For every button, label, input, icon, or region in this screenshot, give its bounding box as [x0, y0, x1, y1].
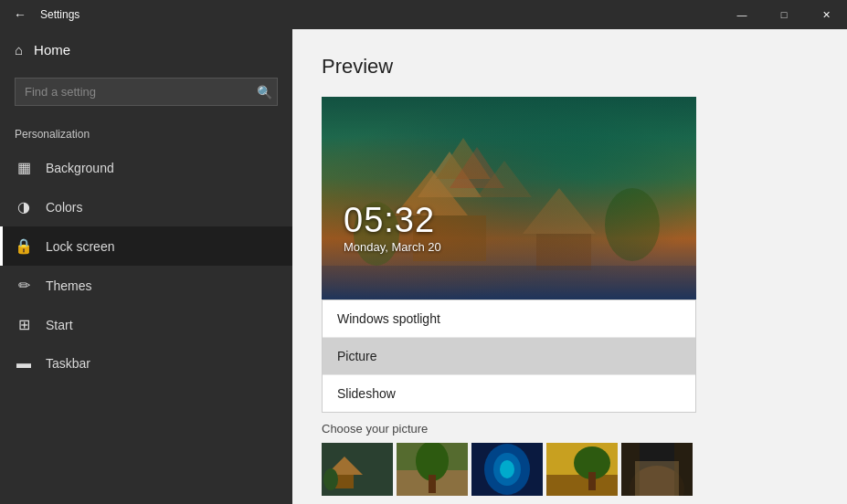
svg-rect-19 [429, 475, 436, 493]
sidebar-search[interactable]: 🔍 [15, 78, 278, 106]
thumbnail-4-image [546, 443, 618, 496]
sidebar-item-themes[interactable]: ✏ Themes [0, 266, 292, 305]
thumbnail-3-image [471, 443, 543, 496]
sidebar-item-home[interactable]: ⌂ Home [0, 29, 292, 70]
thumbnail-3[interactable] [471, 443, 543, 496]
search-icon[interactable]: 🔍 [257, 85, 272, 100]
maximize-button[interactable]: □ [763, 0, 805, 29]
page-title: Preview [322, 55, 818, 79]
svg-rect-25 [546, 475, 618, 496]
taskbar-icon: ▬ [15, 355, 33, 372]
sidebar-item-background[interactable]: ▦ Background [0, 148, 292, 187]
close-button[interactable]: ✕ [805, 0, 847, 29]
start-icon: ⊞ [15, 316, 33, 333]
sidebar-section-label: Personalization [0, 121, 292, 148]
thumbnail-1-image [322, 443, 393, 496]
sidebar-item-taskbar[interactable]: ▬ Taskbar [0, 344, 292, 383]
dropdown-option-picture[interactable]: Picture [323, 338, 695, 375]
minimize-button[interactable]: — [721, 0, 763, 29]
preview-artwork [322, 97, 696, 299]
svg-point-8 [605, 188, 660, 261]
thumbnail-5-image [621, 443, 693, 496]
sidebar-item-label: Colors [46, 200, 82, 215]
sidebar-item-lock-screen[interactable]: 🔒 Lock screen [0, 226, 292, 266]
themes-icon: ✏ [15, 277, 33, 294]
svg-rect-6 [536, 234, 591, 270]
dropdown-option-slideshow[interactable]: Slideshow [323, 375, 695, 412]
titlebar-controls: — □ ✕ [721, 0, 847, 29]
thumbnail-4[interactable] [546, 443, 618, 496]
right-panel: Preview [292, 29, 847, 504]
preview-image: 05:32 Monday, March 20 [322, 97, 696, 299]
svg-rect-32 [635, 461, 679, 496]
main-content: ⌂ Home 🔍 Personalization ▦ Background ◑ … [0, 29, 847, 504]
background-type-dropdown[interactable]: Windows spotlight Picture Slideshow [322, 299, 696, 413]
thumbnail-1[interactable] [322, 443, 393, 496]
home-icon: ⌂ [15, 42, 23, 58]
titlebar-title: Settings [40, 8, 79, 21]
sidebar-item-label: Start [46, 318, 73, 332]
thumbnail-5[interactable] [621, 443, 693, 496]
choose-picture-label: Choose your picture [322, 422, 818, 436]
thumbnail-2-image [397, 443, 468, 496]
svg-point-15 [323, 468, 338, 490]
sidebar-item-colors[interactable]: ◑ Colors [0, 187, 292, 226]
sidebar-item-label: Background [46, 161, 114, 175]
svg-point-23 [500, 460, 514, 478]
colors-icon: ◑ [15, 198, 33, 215]
background-icon: ▦ [15, 159, 33, 176]
sidebar: ⌂ Home 🔍 Personalization ▦ Background ◑ … [0, 29, 292, 504]
svg-rect-14 [335, 475, 354, 488]
dropdown-option-windows-spotlight[interactable]: Windows spotlight [323, 300, 695, 338]
sidebar-home-label: Home [34, 42, 70, 58]
preview-time: 05:32 [344, 201, 441, 240]
thumbnail-2[interactable] [397, 443, 468, 496]
preview-date: Monday, March 20 [344, 240, 441, 254]
titlebar: ← Settings — □ ✕ [0, 0, 847, 29]
titlebar-left: ← Settings [7, 2, 79, 27]
back-button[interactable]: ← [7, 2, 33, 27]
search-input[interactable] [15, 78, 278, 106]
lock-screen-icon: 🔒 [15, 237, 33, 255]
sidebar-item-label: Lock screen [46, 239, 114, 254]
back-icon: ← [14, 7, 26, 22]
sidebar-item-label: Themes [46, 278, 92, 293]
sidebar-item-start[interactable]: ⊞ Start [0, 305, 292, 344]
svg-rect-27 [588, 472, 596, 490]
sidebar-item-label: Taskbar [46, 356, 90, 371]
thumbnail-row [322, 443, 818, 496]
svg-rect-9 [322, 266, 696, 299]
preview-time-overlay: 05:32 Monday, March 20 [344, 201, 441, 254]
